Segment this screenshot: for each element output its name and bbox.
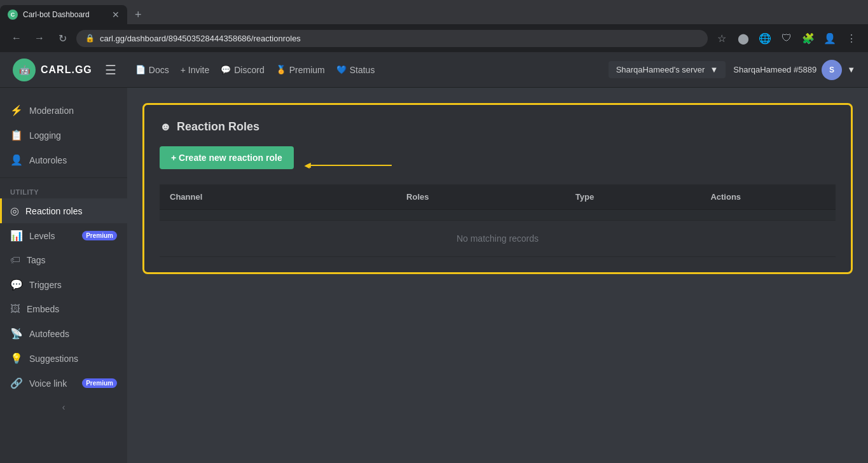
tab-bar: C Carl-bot Dashboard ✕ + (0, 0, 868, 24)
topbar: 🤖 CARL.GG ☰ 📄 Docs + Invite 💬 Discord 🏅 … (0, 52, 868, 88)
sidebar-item-autoroles[interactable]: 👤 Autoroles (0, 148, 127, 172)
column-actions: Actions (700, 184, 836, 210)
collapse-icon: ‹ (62, 402, 65, 412)
arrow-line: ◄ (309, 165, 392, 166)
moderation-icon: ⚡ (10, 104, 23, 116)
arrow-annotation: ◄ (299, 165, 392, 166)
sidebar-item-label: Tags (27, 255, 46, 265)
forward-button[interactable]: → (31, 29, 48, 47)
sidebar-item-embeds[interactable]: 🖼 Embeds (0, 297, 127, 321)
status-icon: 💙 (336, 65, 347, 74)
card-title: ☻ Reaction Roles (160, 120, 836, 134)
column-roles: Roles (396, 184, 565, 210)
new-tab-button[interactable]: + (130, 8, 147, 22)
sidebar-item-label: Reaction roles (25, 206, 83, 216)
sidebar-item-moderation[interactable]: ⚡ Moderation (0, 98, 127, 123)
tab-title: Carl-bot Dashboard (23, 10, 107, 19)
logo[interactable]: 🤖 CARL.GG (13, 59, 92, 81)
create-button-row: + Create new reaction role ◄ (160, 146, 836, 184)
premium-link[interactable]: 🏅 Premium (276, 65, 325, 75)
user-dropdown-icon: ▼ (847, 65, 855, 74)
tags-icon: 🏷 (10, 254, 20, 266)
profile-icon[interactable]: 👤 (821, 29, 839, 47)
menu-icon[interactable]: ⋮ (843, 29, 860, 47)
sidebar-item-label: Levels (29, 231, 55, 241)
card-title-text: Reaction Roles (177, 120, 259, 134)
reaction-roles-title-icon: ☻ (160, 120, 172, 134)
extension2-icon[interactable]: 🌐 (756, 29, 774, 47)
sidebar-item-autofeeds[interactable]: 📡 Autofeeds (0, 321, 127, 346)
user-info: SharqaHameed #5889 S ▼ (733, 60, 855, 80)
levels-icon: 📊 (10, 230, 23, 242)
browser-controls: ← → ↻ 🔒 carl.gg/dashboard/89450352844435… (0, 24, 868, 52)
tab-close-button[interactable]: ✕ (112, 10, 120, 20)
sidebar-item-reaction-roles[interactable]: ◎ Reaction roles (0, 198, 127, 223)
empty-type-cell (565, 210, 701, 221)
empty-actions-cell (700, 210, 836, 221)
sidebar-item-logging[interactable]: 📋 Logging (0, 123, 127, 148)
reaction-roles-table: Channel Roles Type Actions (160, 184, 836, 257)
back-button[interactable]: ← (8, 29, 25, 47)
server-name: SharqaHameed's server (616, 65, 705, 74)
extension1-icon[interactable]: ⬤ (734, 29, 752, 47)
reaction-roles-icon: ◎ (10, 205, 19, 217)
sidebar-item-suggestions[interactable]: 💡 Suggestions (0, 346, 127, 371)
username-label: SharqaHameed #5889 (733, 65, 816, 74)
empty-channel-cell (160, 210, 396, 221)
extension3-icon[interactable]: 🛡 (778, 29, 796, 47)
logo-image: 🤖 (13, 59, 36, 81)
column-type: Type (565, 184, 701, 210)
refresh-button[interactable]: ↻ (53, 29, 71, 47)
discord-link[interactable]: 💬 Discord (221, 65, 264, 75)
server-selector[interactable]: SharqaHameed's server ▼ (609, 61, 726, 78)
active-tab[interactable]: C Carl-bot Dashboard ✕ (0, 5, 127, 24)
sidebar-item-voice-link[interactable]: 🔗 Voice link Premium (0, 371, 127, 396)
app: 🤖 CARL.GG ☰ 📄 Docs + Invite 💬 Discord 🏅 … (0, 52, 868, 463)
no-records-message: No matching records (160, 221, 836, 257)
avatar[interactable]: S (822, 60, 842, 80)
sidebar-item-label: Embeds (27, 304, 59, 314)
server-dropdown-icon: ▼ (710, 65, 718, 74)
tab-favicon: C (8, 10, 18, 20)
sidebar-item-label: Voice link (29, 378, 67, 389)
arrow-head-icon: ◄ (303, 160, 312, 170)
logging-icon: 📋 (10, 129, 23, 141)
sidebar-item-label: Moderation (29, 106, 74, 116)
suggestions-icon: 💡 (10, 352, 23, 364)
sidebar-divider (0, 177, 127, 178)
logo-text: CARL.GG (41, 64, 92, 76)
status-link[interactable]: 💙 Status (336, 65, 375, 75)
table-body: No matching records (160, 210, 836, 257)
docs-link[interactable]: 📄 Docs (135, 65, 169, 75)
address-text: carl.gg/dashboard/894503528444358686/rea… (100, 34, 699, 43)
hamburger-menu[interactable]: ☰ (105, 62, 116, 78)
browser-action-icons: ☆ ⬤ 🌐 🛡 🧩 👤 ⋮ (713, 29, 860, 47)
extensions-icon[interactable]: 🧩 (799, 29, 817, 47)
embeds-icon: 🖼 (10, 303, 20, 315)
address-bar[interactable]: 🔒 carl.gg/dashboard/894503528444358686/r… (76, 30, 708, 47)
sidebar-item-label: Suggestions (29, 354, 78, 364)
table-no-records-row: No matching records (160, 221, 836, 257)
docs-icon: 📄 (135, 65, 146, 74)
sidebar-item-triggers[interactable]: 💬 Triggers (0, 272, 127, 297)
voice-link-icon: 🔗 (10, 377, 23, 389)
column-channel: Channel (160, 184, 396, 210)
utility-section-label: UTILITY (0, 183, 127, 198)
table-row-empty (160, 210, 836, 221)
table-header: Channel Roles Type Actions (160, 184, 836, 210)
sidebar-item-label: Autoroles (29, 155, 67, 165)
invite-link[interactable]: + Invite (181, 65, 210, 75)
sidebar: ⚡ Moderation 📋 Logging 👤 Autoroles UTILI… (0, 88, 127, 463)
autoroles-icon: 👤 (10, 154, 23, 166)
sidebar-item-tags[interactable]: 🏷 Tags (0, 248, 127, 272)
sidebar-item-label: Logging (29, 130, 61, 141)
premium-icon: 🏅 (276, 65, 286, 74)
topbar-right: SharqaHameed's server ▼ SharqaHameed #58… (609, 60, 855, 80)
topbar-nav: 📄 Docs + Invite 💬 Discord 🏅 Premium 💙 St… (135, 65, 596, 75)
sidebar-item-levels[interactable]: 📊 Levels Premium (0, 223, 127, 248)
bookmark-icon[interactable]: ☆ (713, 29, 731, 47)
triggers-icon: 💬 (10, 279, 23, 291)
create-reaction-role-button[interactable]: + Create new reaction role (160, 146, 294, 169)
collapse-sidebar-button[interactable]: ‹ (0, 396, 127, 418)
main-content: ☻ Reaction Roles + Create new reaction r… (127, 88, 868, 463)
